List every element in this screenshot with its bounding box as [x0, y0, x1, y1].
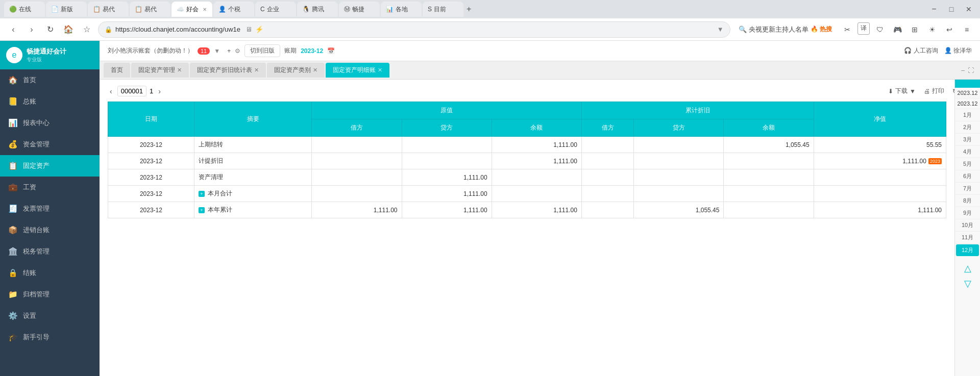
minimize-button[interactable]: − [927, 2, 941, 16]
grid-icon[interactable]: ⊞ [908, 22, 922, 37]
page-tab-ledger-close[interactable]: ✕ [378, 67, 382, 73]
new-tab-button[interactable]: + [467, 5, 471, 14]
period-2023-12-top[interactable]: 2023.12 [955, 88, 980, 98]
page-tab-depreciation-stats[interactable]: 固定资产折旧统计表 ✕ [190, 63, 266, 78]
cell-dep-credit-4 [634, 186, 724, 202]
print-button[interactable]: 🖨 打印 [924, 87, 944, 95]
sidebar-item-close-accounts[interactable]: 🔒 结账 [0, 262, 100, 284]
notification-badge[interactable]: 11 [198, 47, 210, 55]
sidebar-item-settings[interactable]: ⚙️ 设置 [0, 305, 100, 327]
content-minimize-button[interactable]: – [961, 67, 965, 74]
cell-summary-1: 上期结转 [194, 137, 311, 153]
period-panel-header[interactable]: 期间选择 [955, 80, 980, 88]
user-label: 刘小艳演示账套（勿删勿动！） [108, 46, 193, 55]
close-accounts-icon: 🔒 [8, 268, 18, 278]
cell-orig-debit-4 [312, 186, 402, 202]
page-tab-home[interactable]: 首页 [104, 63, 130, 78]
tab-geshui[interactable]: 👤 个税 [213, 2, 254, 17]
user-profile[interactable]: 👤 徐泽华 [944, 46, 972, 55]
page-tab-asset-category[interactable]: 固定资产类别 ✕ [267, 63, 325, 78]
forward-button[interactable]: › [24, 22, 39, 37]
period-month-9[interactable]: 9月 [955, 207, 980, 219]
address-bar[interactable]: 🔒 https://cloud.chanjet.com/accounting/u… [98, 21, 730, 38]
prev-page-button[interactable]: ‹ [108, 86, 114, 96]
sidebar-item-archive[interactable]: 📁 归档管理 [0, 284, 100, 305]
add-account-button[interactable]: + [227, 47, 231, 55]
download-button[interactable]: ⬇ 下载 ▼ [888, 87, 916, 95]
tab-zaixin[interactable]: 🟢 在线 [4, 2, 45, 17]
sidebar-item-funds[interactable]: 💰 资金管理 [0, 134, 100, 155]
period-month-11[interactable]: 11月 [955, 232, 980, 244]
purchase-icon: 📦 [8, 225, 18, 235]
theme-icon[interactable]: ☀ [925, 22, 939, 37]
sidebar-item-reports[interactable]: 📊 报表中心 [0, 112, 100, 134]
period-month-2[interactable]: 2月 [955, 121, 980, 134]
settings-small-icon[interactable]: ⚙ [235, 47, 240, 55]
tab-changjie[interactable]: Ⓜ 畅捷 [339, 2, 380, 17]
cell-dep-balance-4 [724, 186, 814, 202]
refresh-nav-button[interactable]: ↻ [43, 22, 57, 37]
period-month-1[interactable]: 1月 [955, 109, 980, 121]
page-tab-dep-stats-close[interactable]: ✕ [254, 67, 259, 73]
sidebar-label-home: 首页 [23, 76, 36, 85]
page-tab-fixed-assets-mgmt[interactable]: 固定资产管理 ✕ [131, 63, 189, 78]
bookmark-button[interactable]: ☆ [80, 22, 94, 37]
sidebar-item-invoice[interactable]: 🧾 发票管理 [0, 198, 100, 219]
switch-version-button[interactable]: 切到旧版 [244, 44, 280, 57]
scissors-icon[interactable]: ✂ [840, 22, 854, 37]
cell-dep-balance-5 [724, 202, 814, 218]
funds-icon: 💰 [8, 140, 18, 149]
tab-muqian[interactable]: S 目前 [423, 2, 463, 17]
content-maximize-button[interactable]: ⛶ [968, 67, 974, 74]
scroll-down-icon[interactable]: ▽ [964, 278, 971, 289]
tab-yidai1[interactable]: 📋 易代 [88, 2, 129, 17]
scroll-up-icon[interactable]: △ [964, 263, 971, 274]
tab-tengxun[interactable]: 🐧 腾讯 [297, 2, 338, 17]
sidebar-item-fixed-assets[interactable]: 📋 固定资产 [0, 155, 100, 177]
page-tab-asset-ledger[interactable]: 固定资产明细账 ✕ [326, 63, 389, 78]
shield-icon[interactable]: 🛡 [873, 22, 887, 37]
tab-yidai2[interactable]: 📋 易代 [130, 2, 170, 17]
tab-gedi[interactable]: 📊 各地 [381, 2, 422, 17]
period-month-4[interactable]: 4月 [955, 146, 980, 158]
home-icon: 🏠 [8, 76, 18, 85]
period-2023-12-second[interactable]: 2023.12 [955, 98, 980, 109]
sidebar-item-salary[interactable]: 💼 工资 [0, 177, 100, 198]
period-month-8[interactable]: 8月 [955, 195, 980, 207]
period-month-10[interactable]: 10月 [955, 219, 980, 232]
translate-icon[interactable]: 译 [857, 22, 870, 35]
undo-icon[interactable]: ↩ [942, 22, 957, 37]
close-button[interactable]: ✕ [962, 2, 976, 16]
sidebar-item-purchase[interactable]: 📦 进销台账 [0, 219, 100, 241]
calendar-icon[interactable]: 📅 [327, 47, 335, 55]
cell-dep-balance-1: 1,055.45 [724, 137, 814, 153]
period-month-6[interactable]: 6月 [955, 170, 980, 183]
address-text: https://cloud.chanjet.com/accounting/uw1… [115, 26, 240, 33]
sidebar-item-guide[interactable]: 🎓 新手引导 [0, 327, 100, 348]
tab-qiye[interactable]: C 企业 [255, 2, 296, 17]
page-tab-category-close[interactable]: ✕ [313, 67, 317, 73]
tab-haohui[interactable]: ☁️ 好会 ✕ [172, 2, 212, 17]
sidebar-item-ledger[interactable]: 📒 总账 [0, 91, 100, 112]
period-month-12-active[interactable]: 12月 [956, 244, 979, 256]
maximize-button[interactable]: □ [944, 2, 959, 16]
page-tab-assets-mgmt-close[interactable]: ✕ [177, 67, 182, 73]
cell-summary-3: 资产清理 [194, 169, 311, 186]
back-button[interactable]: ‹ [6, 22, 20, 37]
dropdown-arrow[interactable]: ▼ [214, 47, 220, 55]
sidebar-item-tax[interactable]: 🏛️ 税务管理 [0, 241, 100, 262]
sidebar-label-settings: 设置 [23, 311, 36, 320]
next-page-button[interactable]: › [156, 86, 163, 96]
cell-summary-2: 计提折旧 [194, 153, 311, 169]
sidebar-item-home[interactable]: 🏠 首页 [0, 69, 100, 91]
tab-close-haohui[interactable]: ✕ [203, 7, 207, 12]
period-month-7[interactable]: 7月 [955, 183, 980, 195]
period-month-3[interactable]: 3月 [955, 134, 980, 146]
tab-xinban[interactable]: 📄 新版 [46, 2, 87, 17]
game-icon[interactable]: 🎮 [890, 22, 904, 37]
cell-orig-credit-4: 1,111.00 [402, 186, 492, 202]
menu-icon[interactable]: ≡ [960, 22, 974, 37]
period-month-5[interactable]: 5月 [955, 158, 980, 170]
support-button[interactable]: 🎧 人工咨询 [904, 46, 938, 55]
home-button[interactable]: 🏠 [61, 22, 76, 37]
